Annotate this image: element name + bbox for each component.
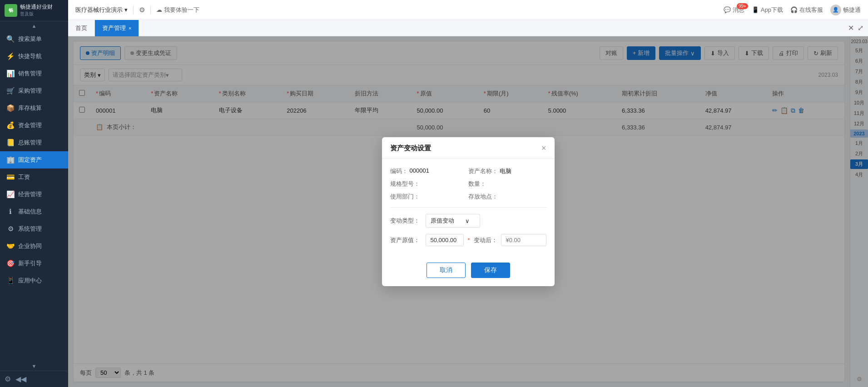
modal-change-type-chevron-icon: ∨ xyxy=(465,218,470,224)
sidebar-item-system[interactable]: ⚙ 系统管理 xyxy=(0,220,68,238)
tab-home[interactable]: 首页 xyxy=(68,20,95,36)
avatar: 👤 xyxy=(830,5,841,15)
sidebar: 畅 畅捷通好业财 普及版 ▲ 🔍 搜索菜单 ⚡ 快捷导航 📊 销售管理 🛒 采购… xyxy=(0,0,68,387)
modal-change-type-value: 原值变动 xyxy=(431,217,454,225)
sidebar-item-label: 快捷导航 xyxy=(18,52,42,60)
online-service-btn[interactable]: 🎧 在线客服 xyxy=(790,6,823,14)
sidebar-item-quick-nav[interactable]: ⚡ 快捷导航 xyxy=(0,48,68,65)
tab-window-close-icon[interactable]: ✕ xyxy=(848,24,854,32)
sidebar-item-label: 固定资产 xyxy=(18,156,42,164)
modal-asset-value-value: 50,000.00 xyxy=(431,237,457,243)
sidebar-item-app-center[interactable]: 📱 应用中心 xyxy=(0,272,68,289)
modal-asset-value-row: 资产原值： 50,000.00 * 变动后： xyxy=(390,234,546,246)
sidebar-footer: ⚙ ◀◀ xyxy=(0,371,68,387)
tab-home-label: 首页 xyxy=(75,24,87,32)
cloud-icon: ☁ xyxy=(156,6,162,13)
headset-icon: 🎧 xyxy=(790,6,798,13)
modal-location-label: 存放地点： xyxy=(468,193,498,201)
modal-asset-value-label: 资产原值： xyxy=(390,236,422,244)
sidebar-item-enterprise[interactable]: 🤝 企业协同 xyxy=(0,238,68,255)
modal-close-icon[interactable]: × xyxy=(541,144,546,153)
tabbar-right: ✕ ⤢ xyxy=(848,24,868,32)
sidebar-item-payroll[interactable]: 💳 工资 xyxy=(0,169,68,186)
sidebar-item-label: 应用中心 xyxy=(18,277,42,285)
save-button[interactable]: 保存 xyxy=(471,263,510,278)
fixed-assets-icon: 🏢 xyxy=(6,156,15,164)
sidebar-item-purchase[interactable]: 🛒 采购管理 xyxy=(0,82,68,99)
sidebar-scroll-up-icon[interactable]: ▲ xyxy=(32,23,37,29)
sidebar-item-label: 经营管理 xyxy=(18,190,42,198)
tab-asset-management[interactable]: 资产管理 × xyxy=(95,20,139,36)
sidebar-item-label: 企业协同 xyxy=(18,242,42,250)
modal-spec-label: 规格型号： xyxy=(390,180,420,188)
modal-divider xyxy=(390,207,546,208)
tabbar: 首页 资产管理 × ✕ ⤢ xyxy=(68,20,868,36)
sidebar-item-inventory[interactable]: 📦 库存核算 xyxy=(0,99,68,117)
modal-code-value: 000001 xyxy=(410,167,429,175)
sidebar-item-basic-info[interactable]: ℹ 基础信息 xyxy=(0,203,68,220)
tab-asset-mgmt-label: 资产管理 xyxy=(102,24,126,32)
sidebar-item-sales[interactable]: 📊 销售管理 xyxy=(0,65,68,82)
sidebar-item-fixed-assets[interactable]: 🏢 固定资产 xyxy=(0,151,68,169)
inventory-icon: 📦 xyxy=(6,104,15,112)
topbar-divider xyxy=(133,6,134,14)
settings-footer-icon[interactable]: ⚙ xyxy=(5,375,11,383)
topbar-divider2 xyxy=(150,6,151,14)
sidebar-item-fund[interactable]: 💰 资金管理 xyxy=(0,117,68,134)
modal-after-input[interactable] xyxy=(501,234,546,246)
topbar-settings-icon[interactable]: ⚙ xyxy=(139,6,145,14)
modal-after-label: 变动后： xyxy=(474,236,497,244)
modal-title: 资产变动设置 xyxy=(390,144,431,153)
modal-code-field: 编码： 000001 xyxy=(390,167,468,175)
sidebar-item-ops[interactable]: 📈 经营管理 xyxy=(0,186,68,203)
sidebar-item-label: 资金管理 xyxy=(18,121,42,129)
message-badge: 99+ xyxy=(737,3,748,9)
company-selector[interactable]: 医疗器械行业演示 ▾ xyxy=(75,6,128,14)
sidebar-nav: 🔍 搜索菜单 ⚡ 快捷导航 📊 销售管理 🛒 采购管理 📦 库存核算 💰 资金管… xyxy=(0,30,68,362)
purchase-icon: 🛒 xyxy=(6,87,15,95)
app-download-btn[interactable]: 📱 App下载 xyxy=(752,6,783,14)
sidebar-item-label: 总账管理 xyxy=(18,139,42,147)
collapse-sidebar-icon[interactable]: ◀◀ xyxy=(15,375,26,383)
cancel-button[interactable]: 取消 xyxy=(427,263,466,278)
topbar: 医疗器械行业演示 ▾ ⚙ ☁ 我要体验一下 💬 消息 99+ 📱 App下载 🎧… xyxy=(68,0,868,20)
sales-icon: 📊 xyxy=(6,69,15,78)
page-body: 资产明细 变更生成凭证 对账 + 新增 批量操作 ∨ xyxy=(68,36,868,387)
sidebar-item-ledger[interactable]: 📒 总账管理 xyxy=(0,134,68,151)
sidebar-scroll-down-icon[interactable]: ▼ xyxy=(32,363,37,369)
message-btn[interactable]: 💬 消息 99+ xyxy=(724,6,744,14)
fund-icon: 💰 xyxy=(6,121,15,129)
experience-btn[interactable]: ☁ 我要体验一下 xyxy=(156,6,199,14)
modal-change-type-select[interactable]: 原值变动 ∨ xyxy=(426,214,480,228)
modal-asset-value-input[interactable]: 50,000.00 xyxy=(426,234,464,246)
username-label: 畅捷通 xyxy=(843,6,861,14)
system-icon: ⚙ xyxy=(6,225,15,233)
app-download-label: App下载 xyxy=(761,6,783,14)
modal-quantity-field: 数量： xyxy=(468,180,546,188)
sidebar-item-label: 基础信息 xyxy=(18,208,42,216)
topbar-right: 💬 消息 99+ 📱 App下载 🎧 在线客服 👤 畅捷通 xyxy=(724,5,861,15)
tab-close-icon[interactable]: × xyxy=(129,25,131,31)
service-label: 在线客服 xyxy=(799,6,823,14)
payroll-icon: 💳 xyxy=(6,173,15,181)
basic-info-icon: ℹ xyxy=(6,208,15,216)
company-chevron-icon: ▾ xyxy=(124,6,128,13)
modal-name-label: 资产名称： xyxy=(468,167,498,175)
app-center-icon: 📱 xyxy=(6,277,15,285)
ops-icon: 📈 xyxy=(6,190,15,198)
modal-name-field: 资产名称： 电脑 xyxy=(468,167,546,175)
user-menu[interactable]: 👤 畅捷通 xyxy=(830,5,861,15)
sidebar-item-guide[interactable]: 🎯 新手引导 xyxy=(0,255,68,272)
modal-name-value: 电脑 xyxy=(500,167,511,175)
modal-footer: 取消 保存 xyxy=(382,263,555,286)
modal-quantity-label: 数量： xyxy=(468,180,486,188)
sidebar-item-label: 采购管理 xyxy=(18,87,42,95)
sidebar-item-label: 工资 xyxy=(18,173,30,181)
tab-window-expand-icon[interactable]: ⤢ xyxy=(858,24,863,32)
guide-icon: 🎯 xyxy=(6,259,15,268)
message-icon: 💬 xyxy=(724,6,731,13)
sidebar-item-search[interactable]: 🔍 搜索菜单 xyxy=(0,30,68,48)
modal-after-required-icon: * xyxy=(467,237,470,243)
modal-dept-field: 使用部门： xyxy=(390,193,468,201)
app-edition: 普及版 xyxy=(20,11,53,17)
